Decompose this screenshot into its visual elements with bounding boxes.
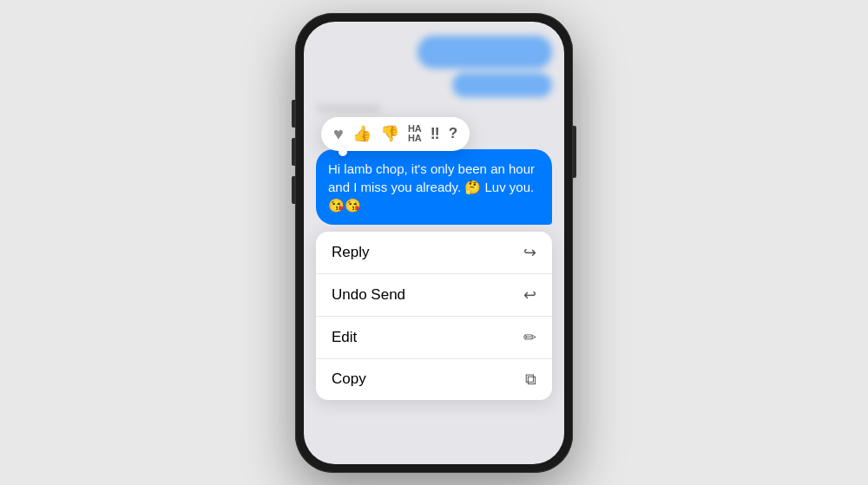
thumbsdown-reaction-btn[interactable]: 👎 [380,124,399,143]
menu-item-copy[interactable]: Copy ⧉ [316,359,552,400]
menu-item-reply-label: Reply [332,244,369,261]
phone-frame: ♥ 👍 👎 HAHA ‼ ? Hi lamb chop, it's only b… [295,13,573,473]
reply-icon: ↩ [523,243,536,262]
heart-reaction-btn[interactable]: ♥ [333,124,344,144]
blurred-bubble-2 [452,73,552,97]
exclaim-reaction-btn[interactable]: ‼ [431,125,440,143]
undo-send-icon: ↩ [523,285,536,305]
main-message-bubble: Hi lamb chop, it's only been an hour and… [316,149,552,225]
menu-item-edit-label: Edit [332,329,357,346]
context-menu: Reply ↩ Undo Send ↩ Edit ✏ Copy ⧉ [316,232,552,400]
screen-content: ♥ 👍 👎 HAHA ‼ ? Hi lamb chop, it's only b… [304,22,564,464]
edit-icon: ✏ [523,328,536,347]
menu-item-undo-send-label: Undo Send [332,286,405,304]
thumbsup-reaction-btn[interactable]: 👍 [352,124,372,143]
question-reaction-btn[interactable]: ? [449,125,457,142]
blurred-bubble-1 [418,36,552,69]
copy-icon: ⧉ [525,370,536,389]
blurred-messages [304,22,564,112]
menu-item-reply[interactable]: Reply ↩ [316,232,552,274]
menu-item-undo-send[interactable]: Undo Send ↩ [316,274,552,317]
menu-item-copy-label: Copy [332,370,366,388]
reaction-popup: ♥ 👍 👎 HAHA ‼ ? [321,117,470,151]
phone-screen: ♥ 👍 👎 HAHA ‼ ? Hi lamb chop, it's only b… [304,22,564,464]
main-message-text: Hi lamb chop, it's only been an hour and… [328,161,535,213]
haha-reaction-btn[interactable]: HAHA [408,124,422,143]
menu-item-edit[interactable]: Edit ✏ [316,317,552,359]
blurred-timestamp [316,105,381,112]
